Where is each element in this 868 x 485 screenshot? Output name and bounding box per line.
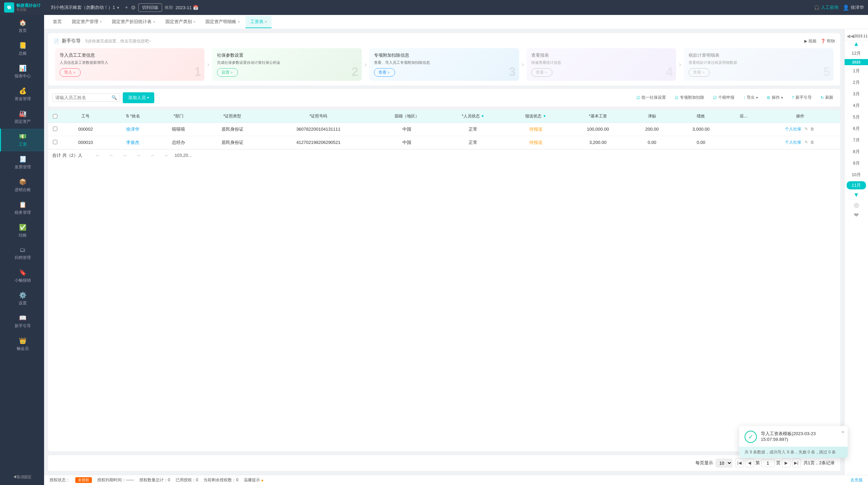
tab-salary-table[interactable]: 工资表 ×	[245, 16, 272, 28]
month-9[interactable]: 9月	[845, 157, 868, 169]
row2-op-delete-icon[interactable]: 🗑	[810, 140, 814, 145]
tab-home[interactable]: 首页	[48, 16, 66, 28]
month-8[interactable]: 8月	[845, 146, 868, 157]
sidebar-item-member[interactable]: 👑 畅会员	[0, 333, 44, 356]
row1-op-edit-icon[interactable]: ✎	[805, 127, 808, 131]
tab-asset-category-close[interactable]: ×	[193, 20, 195, 24]
step-1-btn[interactable]: 导入＞	[60, 68, 81, 77]
month-3[interactable]: 3月	[845, 88, 868, 100]
row1-op-delete-icon[interactable]: 🗑	[810, 127, 814, 131]
row1-checkbox-input[interactable]	[53, 127, 57, 131]
settings-icon[interactable]: ⚙	[131, 4, 136, 11]
row2-op-edit-icon[interactable]: ✎	[805, 140, 808, 145]
row1-base-salary: 100,000.00	[566, 123, 629, 136]
tab-asset-detail[interactable]: 固定资产明细账 ×	[201, 16, 244, 28]
btn-old-version[interactable]: 切到旧版	[138, 3, 162, 12]
right-panel-icon-1[interactable]: ◎	[854, 201, 859, 209]
tax-report-btn[interactable]: ☑ 个税申报	[710, 93, 737, 102]
row1-checkbox[interactable]	[48, 123, 62, 136]
right-panel-down-btn[interactable]: ▼	[853, 191, 860, 199]
cancel-fixed-btn[interactable]: ◀取消固定	[3, 472, 41, 482]
row2-op-social[interactable]: 个人社保	[785, 140, 801, 145]
operation-btn[interactable]: ⚙ 操作 ▾	[764, 93, 786, 102]
add-person-btn[interactable]: 添加人员 ▾	[123, 92, 154, 103]
salary-icon: 💵	[19, 133, 26, 140]
sidebar-item-home[interactable]: 🏠 首页	[0, 15, 44, 38]
guide-close-btn[interactable]: ×	[833, 38, 835, 43]
step-5-btn[interactable]: 查看＞	[689, 68, 710, 77]
month-2[interactable]: 2月	[845, 77, 868, 88]
tab-asset-category[interactable]: 固定资产类别 ×	[161, 16, 200, 28]
new-guide-btn[interactable]: ? 新手引导	[789, 93, 814, 102]
row1-name[interactable]: 徐泽华	[110, 123, 156, 136]
tab-fixed-assets-close[interactable]: ×	[100, 20, 102, 24]
period-value[interactable]: 2023-11 📅	[176, 5, 199, 10]
page-size-select[interactable]: 10 20 50	[716, 459, 732, 467]
step-4-btn[interactable]: 查看＞	[531, 68, 552, 77]
status-filter-icon[interactable]: ▼	[481, 114, 485, 118]
col-header-name[interactable]: ⇅ *姓名	[110, 110, 156, 123]
refresh-btn[interactable]: ↻ 刷新	[818, 93, 836, 102]
row2-name[interactable]: 李俊杰	[110, 136, 156, 149]
report-status-filter-icon[interactable]: ▼	[543, 114, 547, 118]
tab-depreciation[interactable]: 固定资产折旧统计表 ×	[107, 16, 160, 28]
notif-close-btn[interactable]: ×	[842, 429, 844, 435]
first-page-btn[interactable]: |◀	[735, 459, 744, 467]
ai-service-btn[interactable]: 🎧 人工咨询	[814, 4, 839, 11]
sidebar-item-settings[interactable]: ⚙️ 设置	[0, 287, 44, 310]
sidebar-item-fixed-assets[interactable]: 🏭 固定资产	[0, 106, 44, 129]
page-input[interactable]	[761, 459, 775, 467]
sidebar-item-reports[interactable]: 📊 报表中心	[0, 60, 44, 83]
sidebar-item-tax[interactable]: 📋 税务管理	[0, 197, 44, 220]
row2-checkbox[interactable]	[48, 136, 62, 149]
notif-footer: 共 9 条数据，成功导入 9 条，失败 0 条，跳过 0 条	[739, 447, 848, 458]
sidebar-item-archive[interactable]: 🗂 归档管理	[0, 242, 44, 265]
tab-asset-detail-close[interactable]: ×	[238, 20, 240, 24]
last-page-btn[interactable]: ▶|	[792, 459, 801, 467]
month-11[interactable]: 11月	[847, 181, 866, 189]
tab-salary-table-close[interactable]: ×	[265, 20, 267, 24]
month-4[interactable]: 4月	[845, 100, 868, 111]
month-5[interactable]: 5月	[845, 111, 868, 123]
account-selector[interactable]: 刘小艳演示账套（勿删勿动！）1 ▾	[51, 4, 119, 11]
add-account-icon[interactable]: +	[125, 4, 128, 11]
search-input[interactable]	[55, 95, 110, 100]
sidebar-item-expense[interactable]: 🔖 小畅报销	[0, 265, 44, 287]
expense-icon: 🔖	[19, 269, 26, 276]
right-panel-up-btn[interactable]: ▲	[853, 40, 860, 48]
search-icon[interactable]: 🔍	[112, 95, 117, 100]
calendar-icon[interactable]: 📅	[193, 5, 198, 10]
month-1[interactable]: 1月	[845, 65, 868, 77]
month-7[interactable]: 7月	[845, 134, 868, 146]
tab-fixed-assets[interactable]: 固定资产管理 ×	[67, 16, 106, 28]
select-all-checkbox[interactable]	[53, 114, 57, 118]
sidebar-item-ledger[interactable]: 📒 总账	[0, 38, 44, 60]
special-deduction-btn[interactable]: ☑ 专项附加扣除	[672, 93, 707, 102]
right-panel-expand-btn[interactable]: ◀◀	[847, 33, 854, 39]
month-12[interactable]: 12月	[845, 48, 868, 59]
social-insurance-btn[interactable]: ☑ 统一社保设置	[634, 93, 669, 102]
row2-name-link[interactable]: 李俊杰	[126, 140, 139, 145]
sidebar-item-salary[interactable]: 💵 工资	[0, 129, 44, 151]
next-page-btn[interactable]: ▶	[782, 459, 791, 467]
sidebar-item-invoice[interactable]: 🧾 发票管理	[0, 151, 44, 174]
step-3-btn[interactable]: 查看＞	[374, 68, 395, 77]
sidebar-item-newguide[interactable]: 📖 新手引导	[0, 310, 44, 333]
month-6[interactable]: 6月	[845, 123, 868, 134]
prev-page-btn[interactable]: ◀	[745, 459, 754, 467]
row1-op-social[interactable]: 个人社保	[785, 127, 801, 131]
account-dropdown-icon[interactable]: ▾	[117, 5, 119, 10]
right-panel-icon-2[interactable]: ❤	[854, 211, 859, 219]
charge-link[interactable]: 去充值	[850, 477, 863, 483]
step-2-btn[interactable]: 设置＞	[217, 68, 238, 77]
export-btn[interactable]: ↑ 导出 ▾	[741, 93, 761, 102]
sidebar-item-settlement[interactable]: ✅ 结账	[0, 220, 44, 242]
user-info[interactable]: 👤 徐泽华	[843, 4, 864, 11]
sidebar-item-finance[interactable]: 💰 资金管理	[0, 83, 44, 106]
row2-checkbox-input[interactable]	[53, 140, 57, 144]
sidebar-item-inventory[interactable]: 📦 进销台账	[0, 174, 44, 197]
video-link[interactable]: ▶ 视频	[804, 38, 816, 44]
row1-name-link[interactable]: 徐泽华	[126, 127, 139, 132]
tab-depreciation-close[interactable]: ×	[153, 20, 155, 24]
month-10[interactable]: 10月	[845, 169, 868, 181]
